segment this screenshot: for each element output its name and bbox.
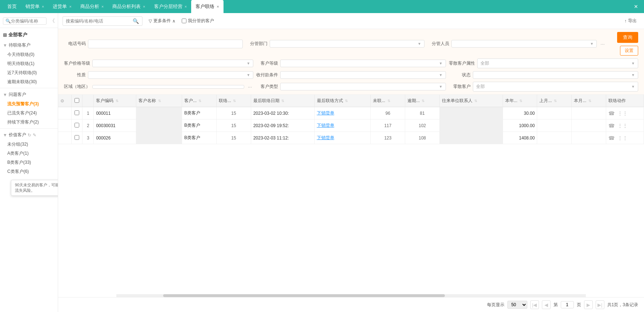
- sidebar-search-input[interactable]: [11, 19, 44, 24]
- search-icon-btn[interactable]: 🔍: [133, 18, 139, 24]
- sidebar-subgroup-valued[interactable]: ▼ 价值客户 ↻ ✎: [0, 130, 58, 140]
- close-window-icon[interactable]: ✕: [631, 4, 641, 9]
- tab-close-analysis-list[interactable]: ×: [143, 4, 145, 9]
- cell-last-method-2[interactable]: 下销货单: [314, 132, 371, 144]
- search-input[interactable]: [66, 19, 131, 24]
- cell-checkbox-1[interactable]: [72, 119, 82, 132]
- action-more-icon-1[interactable]: ⋮⋮: [617, 123, 628, 129]
- tab-customer-contact[interactable]: 客户联络 ×: [191, 0, 223, 13]
- filter-select-person[interactable]: ▼: [451, 40, 597, 48]
- sidebar-subgroup-atrisk[interactable]: ▼ 问题客户: [0, 90, 58, 100]
- filter-label-region: 区域（地区）: [64, 84, 90, 90]
- last-page-btn[interactable]: ▶|: [596, 300, 604, 309]
- tab-close-analysis[interactable]: ×: [101, 4, 104, 9]
- th-last-date[interactable]: 最后联络日期 ⇅: [251, 95, 314, 107]
- sidebar-item-declining[interactable]: 持续下滑客户(2): [0, 118, 58, 127]
- query-btn[interactable]: 查询: [617, 32, 638, 43]
- valued-edit-icon[interactable]: ✎: [33, 133, 36, 138]
- sidebar-item-ungrouped[interactable]: 未分组(32): [0, 140, 58, 149]
- sidebar-item-today-pending[interactable]: 今天待联络(0): [0, 50, 58, 59]
- filter-select-dept[interactable]: ▼: [270, 40, 424, 48]
- action-more-icon-2[interactable]: ⋮⋮: [617, 135, 628, 141]
- tab-close-sales[interactable]: ×: [42, 4, 44, 9]
- filter-label-cust-type: 客户类型: [256, 84, 278, 90]
- th-this-year[interactable]: 本年... ⇅: [503, 95, 537, 107]
- sidebar-item-week-pending[interactable]: 近7天待联络(0): [0, 68, 58, 77]
- th-overdue[interactable]: 逾期... ⇅: [405, 95, 440, 107]
- cell-unit-contact-2: [439, 132, 503, 144]
- prev-page-btn[interactable]: ◀: [542, 300, 551, 309]
- more-filter-btn[interactable]: ▽ 更多条件 ∧: [145, 16, 179, 26]
- scroll-thumb[interactable]: [163, 294, 445, 297]
- sidebar-item-overdue-pending[interactable]: 逾期未联络(30): [0, 77, 58, 86]
- filter-select-retail-attr[interactable]: 全部 ▼: [477, 58, 638, 68]
- th-code[interactable]: 客户编码 ⇅: [94, 95, 136, 107]
- cell-checkbox-2[interactable]: [72, 132, 82, 144]
- my-customers-checkbox-label[interactable]: 我分管的客户: [182, 18, 214, 24]
- horizontal-scrollbar[interactable]: [116, 294, 586, 297]
- sidebar-item-class-a[interactable]: A类客户(1): [0, 149, 58, 158]
- cell-last-method-0[interactable]: 下销货单: [314, 107, 371, 119]
- cell-link-method-0[interactable]: 下销货单: [317, 110, 334, 116]
- th-checkbox[interactable]: [72, 95, 82, 107]
- cell-link-method-2[interactable]: 下销货单: [317, 135, 334, 140]
- action-more-icon-0[interactable]: ⋮⋮: [617, 110, 628, 116]
- sidebar-item-churned[interactable]: 已流失客户(24): [0, 109, 58, 118]
- sidebar-item-churn-warning[interactable]: 流失预警客户(3): [0, 100, 58, 109]
- tab-close-customer-contact[interactable]: ×: [217, 4, 219, 9]
- sidebar-all-customers[interactable]: ⊞ 全部客户: [0, 29, 58, 40]
- filter-more-region-btn[interactable]: ···: [246, 84, 254, 90]
- filter-more-person-btn[interactable]: ···: [599, 41, 606, 47]
- tab-purchase[interactable]: 进货单 ×: [48, 0, 76, 13]
- my-customers-checkbox[interactable]: [182, 19, 186, 23]
- row-checkbox-1[interactable]: [75, 123, 79, 127]
- filter-select-cust-level[interactable]: ▼: [280, 60, 446, 67]
- tab-customer-segment[interactable]: 客户分层经营 ×: [150, 0, 191, 13]
- sidebar-item-class-b[interactable]: B类客户(33): [0, 158, 58, 167]
- action-call-icon-1[interactable]: ☎: [608, 123, 615, 129]
- row-checkbox-0[interactable]: [75, 110, 79, 115]
- th-this-month[interactable]: 本月... ⇅: [572, 95, 606, 107]
- tab-sales[interactable]: 销货单 ×: [21, 0, 48, 13]
- filter-select-price-level[interactable]: ▼: [92, 60, 253, 67]
- th-last-method[interactable]: 最后联络方式 ⇅: [314, 95, 371, 107]
- filter-row-2: 客户价格等级 ▼ 客户等级 ▼ 零散客户属性 全部: [64, 58, 638, 68]
- tab-analysis[interactable]: 商品分析 ×: [76, 0, 108, 13]
- sidebar-item-class-c[interactable]: C类客户(6): [0, 167, 58, 176]
- filter-select-nature[interactable]: ▼: [88, 71, 253, 79]
- filter-select-region[interactable]: [92, 85, 244, 89]
- tab-analysis-list[interactable]: 商品分析列表 ×: [108, 0, 149, 13]
- filter-select-retail-cust[interactable]: 全部 ▼: [473, 82, 638, 92]
- next-page-btn[interactable]: ▶: [584, 300, 593, 309]
- select-all-checkbox[interactable]: [75, 98, 79, 103]
- th-type[interactable]: 客户... ⇅: [182, 95, 217, 107]
- th-unit-contact[interactable]: 往来单位联系人 ⇅: [439, 95, 503, 107]
- tab-close-customer-segment[interactable]: ×: [185, 4, 187, 9]
- action-call-icon-2[interactable]: ☎: [608, 135, 615, 141]
- tab-close-purchase[interactable]: ×: [69, 4, 71, 9]
- th-name[interactable]: 客户名称 ⇅: [136, 95, 182, 107]
- th-settings[interactable]: ⚙: [58, 95, 72, 107]
- cell-link-method-1[interactable]: 下销货单: [317, 123, 334, 128]
- th-contact[interactable]: 联络... ⇅: [216, 95, 251, 107]
- tab-home[interactable]: 首页: [3, 3, 21, 10]
- page-size-select[interactable]: 50 100 200: [507, 301, 527, 309]
- first-page-btn[interactable]: |◀: [530, 300, 539, 309]
- cell-last-method-1[interactable]: 下销货单: [314, 119, 371, 132]
- filter-select-status[interactable]: ▼: [473, 71, 638, 79]
- settings-btn[interactable]: 设置: [620, 46, 638, 56]
- cell-checkbox-0[interactable]: [72, 107, 82, 119]
- valued-refresh-icon[interactable]: ↻: [28, 133, 31, 138]
- sidebar-subgroup-pending[interactable]: ▼ 待联络客户: [0, 40, 58, 50]
- th-uncontacted[interactable]: 未联... ⇅: [371, 95, 405, 107]
- filter-select-payment[interactable]: ▼: [280, 71, 446, 79]
- filter-select-cust-type[interactable]: ▼: [280, 83, 446, 90]
- th-last-month[interactable]: 上月... ⇅: [537, 95, 572, 107]
- export-btn[interactable]: ↑ 导出: [621, 16, 640, 25]
- action-call-icon-0[interactable]: ☎: [608, 110, 615, 116]
- sidebar-item-tomorrow-pending[interactable]: 明天待联络(1): [0, 59, 58, 68]
- filter-input-phone[interactable]: [88, 40, 243, 48]
- page-input[interactable]: [561, 301, 574, 308]
- row-checkbox-2[interactable]: [75, 135, 79, 140]
- sidebar-collapse-btn[interactable]: 《: [50, 18, 55, 24]
